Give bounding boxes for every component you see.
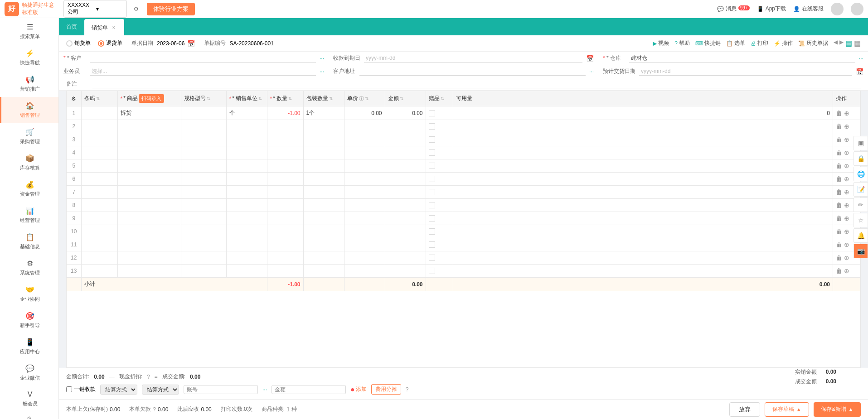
row-gift[interactable] bbox=[426, 106, 453, 120]
payment-amount-input[interactable] bbox=[272, 385, 346, 394]
delete-icon[interactable]: 🗑 bbox=[836, 136, 842, 143]
gift-checkbox[interactable] bbox=[429, 110, 435, 116]
settings-icon[interactable]: ⚙ bbox=[130, 3, 142, 15]
account-input[interactable] bbox=[184, 385, 258, 394]
gift-checkbox[interactable] bbox=[429, 255, 435, 261]
gift-checkbox[interactable] bbox=[429, 176, 435, 182]
float-btn-bell[interactable]: 🔔 bbox=[853, 228, 868, 243]
copy-icon[interactable]: ⊕ bbox=[844, 136, 849, 143]
delete-icon[interactable]: 🗑 bbox=[836, 267, 842, 275]
gift-checkbox[interactable] bbox=[429, 202, 435, 208]
sidebar-item-finance[interactable]: 💰 资金管理 bbox=[0, 176, 58, 202]
sidebar-item-marketing[interactable]: 📢 营销推广 bbox=[0, 71, 58, 97]
copy-icon[interactable]: ⊕ bbox=[844, 215, 849, 222]
fee-split-btn[interactable]: 费用分摊 bbox=[371, 384, 401, 395]
nav-next-icon[interactable]: ▶ bbox=[839, 39, 844, 48]
add-payment-btn[interactable]: ● 添加 bbox=[350, 385, 367, 394]
th-spec[interactable]: 规格型号⇅ bbox=[181, 91, 226, 106]
delete-icon[interactable]: 🗑 bbox=[836, 123, 842, 130]
due-date-calendar-icon[interactable]: 📅 bbox=[586, 55, 594, 62]
sidebar-item-inventory[interactable]: 📦 库存核算 bbox=[0, 149, 58, 176]
copy-icon[interactable]: ⊕ bbox=[844, 110, 849, 117]
delete-icon[interactable]: 🗑 bbox=[836, 110, 842, 117]
row-amount[interactable]: 0.00 bbox=[385, 106, 426, 120]
sidebar-settings-btn[interactable]: ⚙ bbox=[0, 412, 58, 419]
copy-icon[interactable]: ⊕ bbox=[844, 241, 849, 248]
grid-view-icon[interactable]: ▤ bbox=[845, 39, 852, 48]
float-btn-camera[interactable]: 📷 bbox=[853, 244, 868, 258]
delete-icon[interactable]: 🗑 bbox=[836, 175, 842, 183]
float-btn-note[interactable]: 📝 bbox=[853, 182, 868, 197]
customer-addr-input[interactable] bbox=[359, 67, 586, 76]
nav-prev-icon[interactable]: ◀ bbox=[834, 39, 838, 48]
delete-icon[interactable]: 🗑 bbox=[836, 188, 842, 196]
due-date-input[interactable] bbox=[364, 54, 582, 63]
message-button[interactable]: 💬 消息 99+ bbox=[717, 5, 750, 13]
row-unit[interactable]: 个 bbox=[226, 106, 267, 120]
payment-method-select[interactable]: 结算方式 bbox=[100, 385, 137, 395]
cash-discount-help-icon[interactable]: ? bbox=[147, 374, 150, 380]
print-btn[interactable]: 🖨 打印 bbox=[751, 39, 768, 47]
warehouse-input[interactable] bbox=[629, 54, 855, 63]
try-button[interactable]: 体验行业方案 bbox=[147, 3, 195, 15]
gift-checkbox[interactable] bbox=[429, 268, 435, 274]
expected-date-input[interactable] bbox=[639, 67, 852, 76]
sidebar-item-wechat[interactable]: 💬 企业微信 bbox=[0, 360, 58, 386]
row-spec[interactable] bbox=[181, 106, 226, 120]
copy-icon[interactable]: ⊕ bbox=[844, 228, 849, 235]
tab-close-icon[interactable]: × bbox=[111, 24, 117, 31]
avatar[interactable] bbox=[831, 3, 844, 15]
gift-checkbox[interactable] bbox=[429, 215, 435, 222]
scan-btn[interactable]: 扫码录入 bbox=[139, 94, 164, 103]
gift-checkbox[interactable] bbox=[429, 163, 435, 169]
th-barcode[interactable]: 条码⇅ bbox=[81, 91, 117, 106]
float-btn-edit[interactable]: ✏ bbox=[853, 197, 868, 212]
float-btn-globe[interactable]: 🌐 bbox=[853, 167, 868, 181]
gift-checkbox[interactable] bbox=[429, 123, 435, 130]
copy-icon[interactable]: ⊕ bbox=[844, 267, 849, 275]
row-qty[interactable]: -1.00 bbox=[267, 106, 303, 120]
th-qty[interactable]: ** 数量⇅ bbox=[267, 91, 303, 106]
delete-icon[interactable]: 🗑 bbox=[836, 162, 842, 169]
expected-date-calendar-icon[interactable]: 📅 bbox=[856, 68, 863, 75]
sidebar-item-guide[interactable]: 🎯 新手引导 bbox=[0, 307, 58, 333]
gift-checkbox[interactable] bbox=[429, 149, 435, 156]
tab-home[interactable]: 首页 bbox=[59, 18, 84, 35]
copy-icon[interactable]: ⊕ bbox=[844, 188, 849, 196]
radio-return-order[interactable]: 退货单 bbox=[98, 39, 122, 47]
discard-button[interactable]: 放弃 bbox=[729, 402, 760, 417]
gift-checkbox[interactable] bbox=[429, 189, 435, 195]
row-barcode[interactable] bbox=[81, 106, 117, 120]
copy-icon[interactable]: ⊕ bbox=[844, 162, 849, 169]
sidebar-item-quicknav[interactable]: ⚡ 快捷导航 bbox=[0, 44, 58, 71]
row-product[interactable]: 拆货 bbox=[117, 106, 181, 120]
copy-icon[interactable]: ⊕ bbox=[844, 149, 849, 156]
copy-icon[interactable]: ⊕ bbox=[844, 202, 849, 209]
copy-icon[interactable]: ⊕ bbox=[844, 123, 849, 130]
detail-view-icon[interactable]: ▦ bbox=[854, 39, 861, 48]
th-unit[interactable]: ** 销售单位⇅ bbox=[226, 91, 267, 106]
gift-checkbox[interactable] bbox=[429, 136, 435, 143]
save-new-button[interactable]: 保存&新增 ▲ bbox=[814, 402, 861, 417]
company-selector[interactable]: XXXXXX公司 ▾ bbox=[63, 0, 127, 18]
delete-icon[interactable]: 🗑 bbox=[836, 215, 842, 222]
customer-input[interactable] bbox=[90, 54, 316, 63]
th-price[interactable]: 单价ⓘ⇅ bbox=[344, 91, 385, 106]
delete-icon[interactable]: 🗑 bbox=[836, 228, 842, 235]
th-pkg-qty[interactable]: 包装数量⇅ bbox=[303, 91, 344, 106]
salesperson-input[interactable] bbox=[90, 67, 316, 76]
payment-calc-select[interactable]: 结算方式 bbox=[142, 385, 179, 395]
th-settings[interactable]: ⚙ bbox=[67, 91, 81, 106]
radio-sale-order[interactable]: 销货单 bbox=[66, 39, 91, 47]
warehouse-select-icon[interactable]: ··· bbox=[859, 55, 863, 62]
sidebar-item-basic[interactable]: 📋 基础信息 bbox=[0, 228, 58, 255]
video-btn[interactable]: ▶ 视频 bbox=[653, 39, 669, 47]
delete-icon[interactable]: 🗑 bbox=[836, 149, 842, 156]
fee-help-icon[interactable]: ? bbox=[406, 386, 409, 393]
sidebar-item-apps[interactable]: 📱 应用中心 bbox=[0, 333, 58, 360]
salesperson-select-icon[interactable]: ··· bbox=[320, 68, 324, 75]
remark-input[interactable] bbox=[92, 80, 861, 88]
sidebar-item-operation[interactable]: 📊 经营管理 bbox=[0, 202, 58, 228]
float-btn-layout[interactable]: ▣ bbox=[853, 136, 868, 150]
float-btn-lock[interactable]: 🔒 bbox=[853, 151, 868, 166]
